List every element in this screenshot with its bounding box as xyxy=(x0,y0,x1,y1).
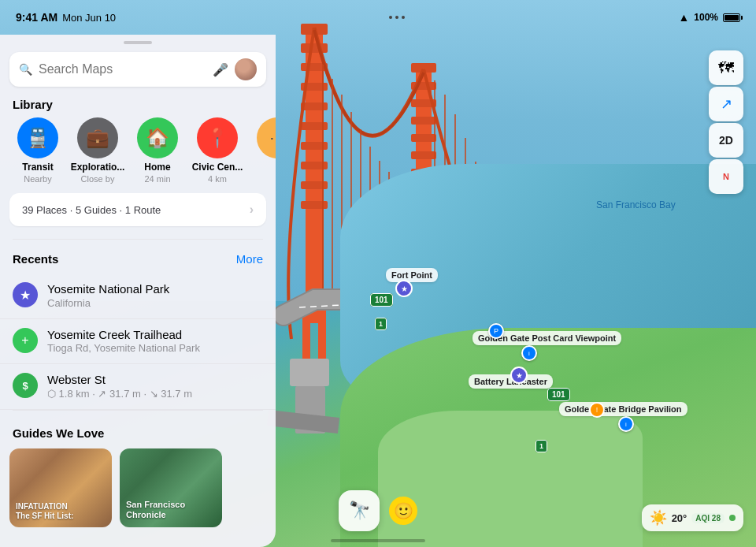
aqi-dot xyxy=(729,515,736,521)
transit-icon: 🚆 xyxy=(17,117,58,158)
search-input[interactable] xyxy=(39,62,206,76)
library-item-exploration[interactable]: 💼 Exploratio... Close by xyxy=(69,117,126,184)
weather-badge[interactable]: ☀️ 20° AQI 28 xyxy=(642,504,743,531)
smiley-icon: 🙂 xyxy=(394,501,413,520)
weather-icon: ☀️ xyxy=(650,509,667,527)
recent-item-yosemite-np[interactable]: ★ Yosemite National Park California xyxy=(0,274,276,318)
library-item-home[interactable]: 🏠 Home 24 min xyxy=(129,117,186,184)
library-item-transit[interactable]: 🚆 Transit Nearby xyxy=(9,117,66,184)
pavilion-pin[interactable]: ! xyxy=(589,402,605,418)
gg-pavilion-label: Golden Gate Bridge Pavilion xyxy=(559,402,687,416)
guide-card-chronicle[interactable]: San Francisco Chronicle xyxy=(120,448,222,527)
webster-name: Webster St xyxy=(47,372,263,388)
guide-chronicle-label: San Francisco Chronicle xyxy=(126,500,222,520)
webster-icon: $ xyxy=(13,373,38,398)
yosemite-np-sub: California xyxy=(47,297,263,311)
search-bar[interactable]: 🔍 🎤 xyxy=(9,52,266,87)
route-101-shield2: 101 xyxy=(547,386,570,400)
svg-rect-45 xyxy=(295,386,325,434)
exploration-label: Exploratio... xyxy=(71,162,125,173)
aqi-badge: AQI 28 xyxy=(691,513,724,523)
svg-rect-43 xyxy=(290,359,329,386)
sf-bay-label: San Francisco Bay xyxy=(591,197,681,213)
date-display: Mon Jun 10 xyxy=(62,12,116,24)
view-2d-button[interactable]: 2D xyxy=(709,123,743,158)
exploration-icon: 💼 xyxy=(77,117,118,158)
civic-icon: 📍 xyxy=(197,117,238,158)
places-row[interactable]: 39 Places · 5 Guides · 1 Route › xyxy=(9,193,266,226)
binoculars-icon: 🔭 xyxy=(349,500,370,521)
map-land2 xyxy=(378,411,643,548)
recent-item-yosemite-creek[interactable]: + Yosemite Creek Trailhead Tioga Rd, Yos… xyxy=(0,319,276,364)
route-1-shield: 1 xyxy=(375,315,387,329)
fort-point-pin[interactable]: ★ xyxy=(395,280,413,297)
guides-title: Guides We Love xyxy=(13,426,104,440)
yosemite-creek-sub: Tioga Rd, Yosemite National Park xyxy=(47,342,263,355)
bottom-bar: 🔭 🙂 xyxy=(339,490,417,531)
battery-pin[interactable]: ★ xyxy=(510,367,528,384)
home-label: Home xyxy=(144,162,170,173)
map-controls: 🗺 ↗ 2D N xyxy=(709,50,743,194)
webster-sub: ⬡ 1.8 km · ↗ 31.7 m · ↘ 31.7 m xyxy=(47,388,263,401)
library-section-title: Library xyxy=(0,95,276,117)
civic-label: Civic Cen... xyxy=(192,162,243,173)
library-item-civic[interactable]: 📍 Civic Cen... 4 km xyxy=(189,117,246,184)
divider-2 xyxy=(13,410,263,411)
battery-percent: 100% xyxy=(694,12,718,23)
yosemite-np-info: Yosemite National Park California xyxy=(47,281,263,310)
panel-scroll[interactable]: Library 🚆 Transit Nearby 💼 Exploratio...… xyxy=(0,95,276,547)
temperature: 20° xyxy=(672,512,687,524)
status-bar: 9:41 AM Mon Jun 10 ▲ 100% xyxy=(0,0,756,35)
route-1-shield2: 1 xyxy=(536,437,547,452)
parking-pin[interactable]: P xyxy=(488,323,504,339)
status-time: 9:41 AM Mon Jun 10 xyxy=(16,11,116,24)
recents-title: Recents xyxy=(13,252,58,266)
more-button[interactable]: More xyxy=(236,252,263,266)
svg-rect-11 xyxy=(302,300,310,363)
recent-item-webster[interactable]: $ Webster St ⬡ 1.8 km · ↗ 31.7 m · ↘ 31.… xyxy=(0,364,276,409)
civic-sublabel: 4 km xyxy=(208,174,227,184)
divider-1 xyxy=(13,239,263,240)
home-icon: 🏠 xyxy=(137,117,178,158)
map-type-button[interactable]: 🗺 xyxy=(709,50,743,85)
transit-sublabel: Nearby xyxy=(24,174,51,184)
time-display: 9:41 AM xyxy=(16,11,57,24)
guide-card-infatuation[interactable]: INFATUATION The SF Hit List: xyxy=(9,448,112,527)
yosemite-np-name: Yosemite National Park xyxy=(47,281,263,297)
yosemite-creek-name: Yosemite Creek Trailhead xyxy=(47,327,263,343)
chevron-right-icon: › xyxy=(250,203,254,217)
view-label: 2D xyxy=(719,134,733,147)
smiley-button[interactable]: 🙂 xyxy=(389,497,417,525)
yosemite-creek-icon: + xyxy=(13,328,38,353)
avatar[interactable] xyxy=(235,58,257,80)
status-dots xyxy=(389,16,405,19)
library-item-more[interactable]: ⋯ xyxy=(249,117,276,184)
wifi-icon: ▲ xyxy=(678,11,689,24)
search-icon: 🔍 xyxy=(19,63,32,76)
search-actions: 🎤 xyxy=(213,58,257,80)
more-library-icon: ⋯ xyxy=(257,117,276,158)
exploration-sublabel: Close by xyxy=(81,174,115,184)
microphone-icon[interactable]: 🎤 xyxy=(213,62,228,77)
compass-label: N xyxy=(723,172,729,181)
route-101-shield: 101 xyxy=(370,292,393,306)
drag-handle[interactable] xyxy=(124,41,152,44)
guide-infatuation-label: INFATUATION The SF Hit List: xyxy=(16,502,73,521)
status-indicators: ▲ 100% xyxy=(678,11,740,24)
battery-icon xyxy=(723,13,740,22)
info-pin[interactable]: i xyxy=(521,345,537,361)
svg-rect-12 xyxy=(318,300,326,363)
transit-label: Transit xyxy=(22,162,53,173)
home-indicator xyxy=(331,539,425,542)
compass-button[interactable]: N xyxy=(709,159,743,194)
pavilion-info-pin[interactable]: i xyxy=(618,416,634,432)
places-text: 39 Places · 5 Guides · 1 Route xyxy=(22,204,161,216)
webster-info: Webster St ⬡ 1.8 km · ↗ 31.7 m · ↘ 31.7 … xyxy=(47,372,263,400)
side-panel: 🔍 🎤 Library 🚆 Transit Nearby � xyxy=(0,35,276,547)
recents-header: Recents More xyxy=(0,249,276,274)
directions-button[interactable]: ↗ xyxy=(709,87,743,121)
binoculars-button[interactable]: 🔭 xyxy=(339,490,380,531)
yosemite-creek-info: Yosemite Creek Trailhead Tioga Rd, Yosem… xyxy=(47,327,263,355)
home-sublabel: 24 min xyxy=(144,174,170,184)
yosemite-np-icon: ★ xyxy=(13,282,38,307)
